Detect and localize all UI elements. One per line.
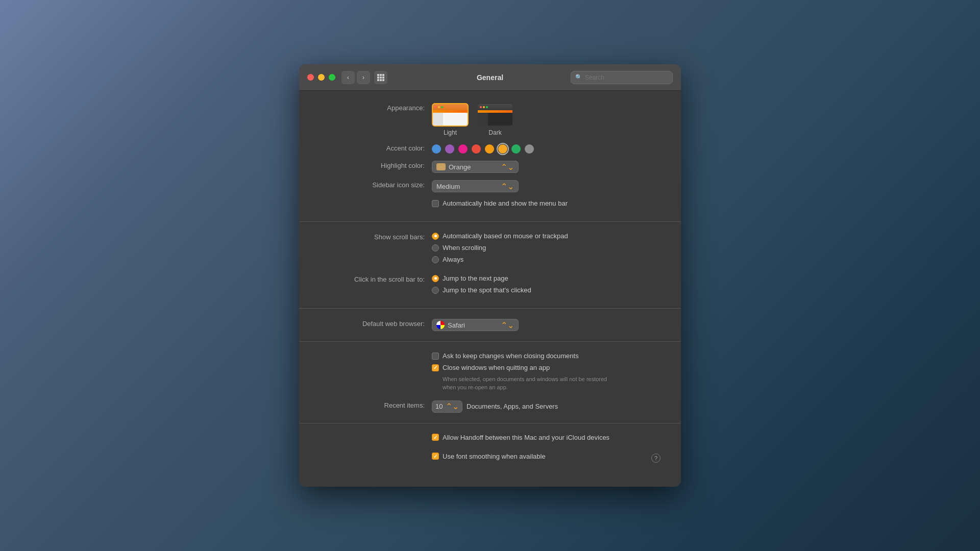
accent-graphite[interactable] xyxy=(525,144,534,154)
sidebar-size-arrow: ⌃⌄ xyxy=(501,182,514,191)
thumb-dark-bar xyxy=(478,104,512,110)
accent-green[interactable] xyxy=(511,144,521,154)
close-windows-checkbox-row: Close windows when quitting an app xyxy=(432,364,660,371)
thumb-dot-r xyxy=(435,106,437,108)
appearance-option-light[interactable]: Light xyxy=(432,103,469,136)
handoff-row: Allow Handoff between this Mac and your … xyxy=(320,434,660,445)
minimize-button[interactable] xyxy=(318,74,325,81)
highlight-color-value: Orange xyxy=(449,163,499,171)
close-windows-helper: When selected, open documents and window… xyxy=(443,375,660,391)
menu-bar-row: Automatically hide and show the menu bar xyxy=(320,199,660,211)
scroll-always-label: Always xyxy=(443,256,463,263)
scroll-auto-label: Automatically based on mouse or trackpad xyxy=(443,232,568,240)
highlight-color-control: Orange ⌃⌄ xyxy=(432,161,660,173)
browser-dropdown[interactable]: Safari ⌃⌄ xyxy=(432,319,519,331)
scroll-always-row: Always xyxy=(432,256,660,263)
menu-bar-checkbox-label: Automatically hide and show the menu bar xyxy=(443,199,568,207)
recent-items-row: Recent items: 10 ⌃⌄ Documents, Apps, and… xyxy=(320,400,660,413)
appearance-name-dark: Dark xyxy=(488,129,501,136)
back-button[interactable]: ‹ xyxy=(341,71,355,84)
safari-icon xyxy=(436,321,445,329)
recent-items-label: Recent items: xyxy=(320,400,432,409)
browser-row: Default web browser: Safari ⌃⌄ xyxy=(320,319,660,331)
browser-control: Safari ⌃⌄ xyxy=(432,319,660,331)
thumb-dot-g xyxy=(441,106,443,108)
window-title: General xyxy=(477,73,503,82)
sidebar-icon-size-dropdown[interactable]: Medium ⌃⌄ xyxy=(432,180,519,192)
menu-bar-checkbox[interactable] xyxy=(432,200,439,207)
close-windows-label: Close windows when quitting an app xyxy=(443,364,550,371)
accent-blue[interactable] xyxy=(432,144,441,154)
appearance-name-light: Light xyxy=(444,129,457,136)
recent-items-control: 10 ⌃⌄ Documents, Apps, and Servers xyxy=(432,400,660,413)
accent-color-control xyxy=(432,143,660,154)
sidebar-icon-size-value: Medium xyxy=(436,183,499,190)
handoff-checkbox-row: Allow Handoff between this Mac and your … xyxy=(432,434,660,441)
scroll-scrolling-row: When scrolling xyxy=(432,244,660,252)
search-input[interactable] xyxy=(585,74,668,81)
help-button[interactable]: ? xyxy=(651,454,660,463)
accent-purple[interactable] xyxy=(445,144,454,154)
scroll-next-page-row: Jump to the next page xyxy=(432,274,660,282)
font-smoothing-row: Use font smoothing when available ? xyxy=(320,453,660,464)
scroll-auto-radio[interactable] xyxy=(432,233,439,240)
recent-items-suffix: Documents, Apps, and Servers xyxy=(467,403,558,410)
appearance-option-dark[interactable]: Dark xyxy=(477,103,513,136)
scroll-spot-radio[interactable] xyxy=(432,287,439,294)
recent-items-dropdown[interactable]: 10 ⌃⌄ xyxy=(432,400,462,413)
font-smoothing-checkbox[interactable] xyxy=(432,453,439,460)
appearance-control: Light xyxy=(432,103,660,136)
scroll-scrolling-radio[interactable] xyxy=(432,244,439,252)
forward-button[interactable]: › xyxy=(357,71,370,84)
settings-content: Appearance: xyxy=(299,91,681,487)
appearance-thumb-dark xyxy=(477,103,513,127)
highlight-color-swatch xyxy=(436,163,446,170)
close-button[interactable] xyxy=(307,74,314,81)
recent-items-arrow: ⌃⌄ xyxy=(446,402,459,411)
accent-colors xyxy=(432,143,660,154)
thumb-dot-g2 xyxy=(486,106,488,108)
thumb-light-bar xyxy=(433,104,468,110)
browser-label: Default web browser: xyxy=(320,319,432,328)
handoff-label xyxy=(320,434,432,435)
scroll-auto-row: Automatically based on mouse or trackpad xyxy=(432,232,660,240)
highlight-color-dropdown[interactable]: Orange ⌃⌄ xyxy=(432,161,519,173)
scroll-next-page-radio[interactable] xyxy=(432,275,439,282)
titlebar: ‹ › General 🔍 xyxy=(299,64,681,91)
scroll-bars-row: Show scroll bars: Automatically based on… xyxy=(320,232,660,267)
search-icon: 🔍 xyxy=(575,74,582,81)
close-windows-checkbox[interactable] xyxy=(432,364,439,371)
thumb-dark-bg xyxy=(478,104,512,127)
ask-changes-checkbox[interactable] xyxy=(432,353,439,360)
highlight-color-label: Highlight color: xyxy=(320,161,432,169)
font-smoothing-label xyxy=(320,453,432,454)
browser-arrow: ⌃⌄ xyxy=(501,320,514,330)
accent-red[interactable] xyxy=(472,144,481,154)
sidebar-icon-size-label: Sidebar icon size: xyxy=(320,180,432,189)
traffic-lights xyxy=(307,74,335,81)
scroll-bars-label: Show scroll bars: xyxy=(320,232,432,241)
grid-view-button[interactable] xyxy=(374,71,387,84)
scroll-click-label: Click in the scroll bar to: xyxy=(320,274,432,283)
scroll-spot-row: Jump to the spot that's clicked xyxy=(432,286,660,294)
browser-value: Safari xyxy=(448,321,499,329)
font-smoothing-bottom: Use font smoothing when available ? xyxy=(432,453,660,464)
appearance-options: Light xyxy=(432,103,660,136)
scroll-always-radio[interactable] xyxy=(432,256,439,263)
grid-icon xyxy=(377,74,384,81)
accent-pink[interactable] xyxy=(458,144,468,154)
handoff-checkbox[interactable] xyxy=(432,434,439,441)
appearance-thumb-light xyxy=(432,103,469,127)
accent-orange[interactable] xyxy=(485,144,494,154)
nav-buttons: ‹ › xyxy=(341,71,387,84)
menu-bar-label xyxy=(320,199,432,201)
accent-color-label: Accent color: xyxy=(320,143,432,152)
search-box[interactable]: 🔍 xyxy=(571,71,673,84)
ask-changes-control: Ask to keep changes when closing documen… xyxy=(432,352,660,393)
ask-changes-checkbox-row: Ask to keep changes when closing documen… xyxy=(432,352,660,360)
maximize-button[interactable] xyxy=(329,74,335,81)
thumb-light-bg xyxy=(433,104,468,127)
accent-yellow[interactable] xyxy=(498,144,507,154)
settings-window: ‹ › General 🔍 Appearance: xyxy=(299,64,681,487)
handoff-label-text: Allow Handoff between this Mac and your … xyxy=(443,434,609,441)
